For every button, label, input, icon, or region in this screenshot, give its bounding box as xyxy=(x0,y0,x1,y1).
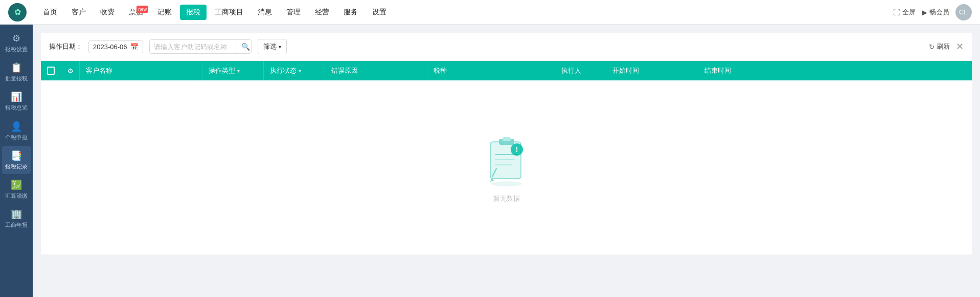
sidebar-label-3: 个税申报 xyxy=(5,134,28,141)
sidebar-item-6[interactable]: 🏢 工商年报 xyxy=(2,204,31,232)
svg-text:✿: ✿ xyxy=(14,8,21,16)
search-wrap: 🔍 xyxy=(149,39,252,54)
sidebar-icon-0: ⚙ xyxy=(11,33,22,44)
sidebar-label-4: 报税记录 xyxy=(5,163,28,170)
nav-item-6[interactable]: 工商项目 xyxy=(209,5,249,20)
date-value: 2023-06-06 xyxy=(93,43,127,51)
nav-item-9[interactable]: 经营 xyxy=(309,5,335,20)
member-label: 畅会员 xyxy=(929,8,949,17)
close-button[interactable]: ✕ xyxy=(956,42,964,51)
settings-icon: ⚙ xyxy=(67,67,74,75)
nav-item-1[interactable]: 客户 xyxy=(65,5,92,20)
sidebar-item-2[interactable]: 📊 报税总览 xyxy=(2,87,31,115)
top-navigation: ✿ 首页客户收费票据new记账报税工商项目消息管理经营服务设置 ⛶ 全屏 ▶ 畅… xyxy=(0,0,980,25)
date-label: 操作日期： xyxy=(49,42,82,51)
th-error-reason: 错误原因 xyxy=(325,61,427,80)
nav-item-10[interactable]: 服务 xyxy=(337,5,364,20)
sidebar-item-0[interactable]: ⚙ 报税设置 xyxy=(2,29,31,57)
empty-text: 暂无数据 xyxy=(493,194,520,203)
member-icon: ▶ xyxy=(922,8,927,16)
refresh-button[interactable]: ↻ 刷新 xyxy=(929,42,950,51)
svg-text:!: ! xyxy=(515,145,518,154)
th-customer-label: 客户名称 xyxy=(86,66,112,75)
empty-illustration: ! xyxy=(481,132,532,188)
nav-item-0[interactable]: 首页 xyxy=(37,5,63,20)
th-executor: 执行人 xyxy=(555,61,606,80)
th-start-time: 开始时间 xyxy=(606,61,698,80)
sidebar-label-1: 批量报税 xyxy=(5,75,28,82)
nav-item-7[interactable]: 消息 xyxy=(252,5,278,20)
top-nav-right: ⛶ 全屏 ▶ 畅会员 CE xyxy=(893,4,972,20)
date-picker[interactable]: 2023-06-06 📅 xyxy=(88,40,143,53)
user-avatar[interactable]: CE xyxy=(955,4,972,20)
nav-item-4[interactable]: 记账 xyxy=(151,5,178,20)
sidebar-label-6: 工商年报 xyxy=(5,222,28,228)
member-button[interactable]: ▶ 畅会员 xyxy=(922,8,949,17)
nav-items: 首页客户收费票据new记账报税工商项目消息管理经营服务设置 xyxy=(37,5,893,20)
th-checkbox[interactable] xyxy=(41,61,61,80)
op-type-sort-icon: ▾ xyxy=(237,68,240,74)
sidebar-icon-1: 📋 xyxy=(11,62,22,73)
th-tax-type-label: 税种 xyxy=(434,66,447,75)
user-initials: CE xyxy=(959,8,968,16)
sidebar-icon-4: 📑 xyxy=(11,150,22,161)
th-op-type-label: 操作类型 xyxy=(209,66,235,75)
th-exec-status-label: 执行状态 xyxy=(270,66,297,75)
select-all-checkbox[interactable] xyxy=(47,67,55,75)
search-button[interactable]: 🔍 xyxy=(237,40,252,53)
sidebar-icon-5: 💹 xyxy=(11,179,22,190)
sidebar-icon-6: 🏢 xyxy=(11,208,22,220)
sidebar-label-0: 报税设置 xyxy=(5,46,28,53)
th-end-time-label: 结束时间 xyxy=(704,66,731,75)
svg-rect-5 xyxy=(503,137,511,141)
th-executor-label: 执行人 xyxy=(561,66,581,75)
sidebar-label-2: 报税总览 xyxy=(5,104,28,111)
app-logo[interactable]: ✿ xyxy=(8,3,27,22)
nav-item-5[interactable]: 报税 xyxy=(180,5,207,20)
table-body: ! 暂无数据 xyxy=(41,80,972,254)
svg-marker-12 xyxy=(490,179,494,182)
exec-status-sort-icon: ▾ xyxy=(299,68,301,74)
search-input[interactable] xyxy=(150,40,237,53)
nav-item-8[interactable]: 管理 xyxy=(280,5,307,20)
toolbar-right: ↻ 刷新 ✕ xyxy=(929,42,964,51)
refresh-label: 刷新 xyxy=(937,42,950,51)
toolbar: 操作日期： 2023-06-06 📅 🔍 筛选 ▾ ↻ 刷新 xyxy=(41,33,972,61)
sidebar-icon-3: 👤 xyxy=(11,121,22,132)
sidebar-item-1[interactable]: 📋 批量报税 xyxy=(2,58,31,86)
th-error-reason-label: 错误原因 xyxy=(331,66,358,75)
empty-state: ! 暂无数据 xyxy=(481,111,532,224)
th-start-time-label: 开始时间 xyxy=(612,66,639,75)
main-layout: ⚙ 报税设置 📋 批量报税 📊 报税总览 👤 个税申报 📑 报税记录 💹 汇算清… xyxy=(0,25,980,297)
sidebar-item-3[interactable]: 👤 个税申报 xyxy=(2,117,31,145)
fullscreen-button[interactable]: ⛶ 全屏 xyxy=(893,8,916,17)
sidebar: ⚙ 报税设置 📋 批量报税 📊 报税总览 👤 个税申报 📑 报税记录 💹 汇算清… xyxy=(0,25,33,297)
th-settings[interactable]: ⚙ xyxy=(61,61,80,80)
fullscreen-label: 全屏 xyxy=(902,8,916,17)
th-customer: 客户名称 xyxy=(80,61,202,80)
sidebar-item-5[interactable]: 💹 汇算清缴 xyxy=(2,175,31,203)
fullscreen-icon: ⛶ xyxy=(893,8,900,16)
svg-point-2 xyxy=(491,181,522,186)
content-card: 操作日期： 2023-06-06 📅 🔍 筛选 ▾ ↻ 刷新 xyxy=(41,33,972,254)
th-tax-type: 税种 xyxy=(427,61,555,80)
sidebar-label-5: 汇算清缴 xyxy=(5,193,28,199)
nav-item-3[interactable]: 票据new xyxy=(123,5,149,20)
nav-item-2[interactable]: 收费 xyxy=(94,5,121,20)
filter-button[interactable]: 筛选 ▾ xyxy=(258,39,287,54)
filter-label: 筛选 xyxy=(263,42,277,51)
table-header: ⚙ 客户名称 操作类型 ▾ 执行状态 ▾ 错误原因 税种 xyxy=(41,61,972,80)
calendar-icon: 📅 xyxy=(130,43,139,51)
th-exec-status[interactable]: 执行状态 ▾ xyxy=(264,61,325,80)
sidebar-icon-2: 📊 xyxy=(11,91,22,102)
chevron-down-icon: ▾ xyxy=(279,44,281,50)
sidebar-item-4[interactable]: 📑 报税记录 xyxy=(2,146,31,174)
content-area: 操作日期： 2023-06-06 📅 🔍 筛选 ▾ ↻ 刷新 xyxy=(33,25,980,297)
th-op-type[interactable]: 操作类型 ▾ xyxy=(202,61,264,80)
nav-item-11[interactable]: 设置 xyxy=(366,5,393,20)
refresh-icon: ↻ xyxy=(929,43,935,51)
th-end-time: 结束时间 xyxy=(698,61,790,80)
